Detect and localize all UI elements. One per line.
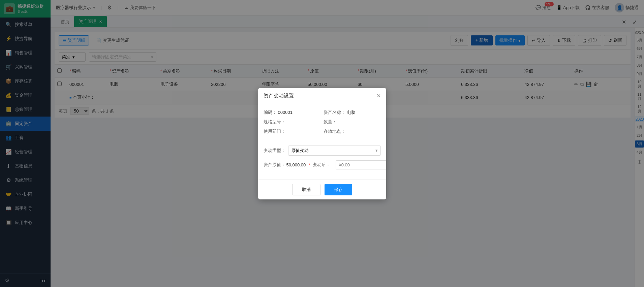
info-asset-name: 资产名称： 电脑 — [324, 109, 381, 116]
cancel-button[interactable]: 取消 — [292, 184, 320, 195]
save-button[interactable]: 保存 — [325, 184, 352, 195]
info-department: 使用部门： — [264, 128, 321, 134]
info-code: 编码： 000001 — [264, 109, 321, 116]
dialog-footer: 取消 保存 — [258, 180, 386, 199]
change-type-row: 变动类型： 原值变动 ▾ — [264, 146, 381, 156]
required-mark: * — [308, 162, 310, 167]
dialog-info-grid: 编码： 000001 资产名称： 电脑 规格型号： 数量： 使用部门： — [264, 109, 381, 140]
info-spec: 规格型号： — [264, 119, 321, 125]
original-value-display: 50,000.00 — [286, 162, 306, 167]
info-location: 存放地点： — [324, 128, 381, 134]
dialog-close-btn[interactable]: ✕ — [376, 93, 381, 99]
dialog-title: 资产变动设置 — [264, 93, 294, 99]
original-value-row: 资产原值： 50,000.00 * 变动后： — [264, 160, 381, 169]
select-arrow: ▾ — [375, 148, 378, 153]
asset-change-dialog: 资产变动设置 ✕ 编码： 000001 资产名称： 电脑 规格型号： 数量： — [258, 88, 386, 199]
change-type-select[interactable]: 原值变动 ▾ — [288, 146, 381, 156]
dialog-body: 编码： 000001 资产名称： 电脑 规格型号： 数量： 使用部门： — [258, 104, 386, 180]
info-quantity: 数量： — [324, 119, 381, 125]
modal-overlay[interactable]: 资产变动设置 ✕ 编码： 000001 资产名称： 电脑 规格型号： 数量： — [0, 0, 644, 287]
after-value-input[interactable] — [336, 160, 386, 169]
dialog-header: 资产变动设置 ✕ — [258, 88, 386, 104]
